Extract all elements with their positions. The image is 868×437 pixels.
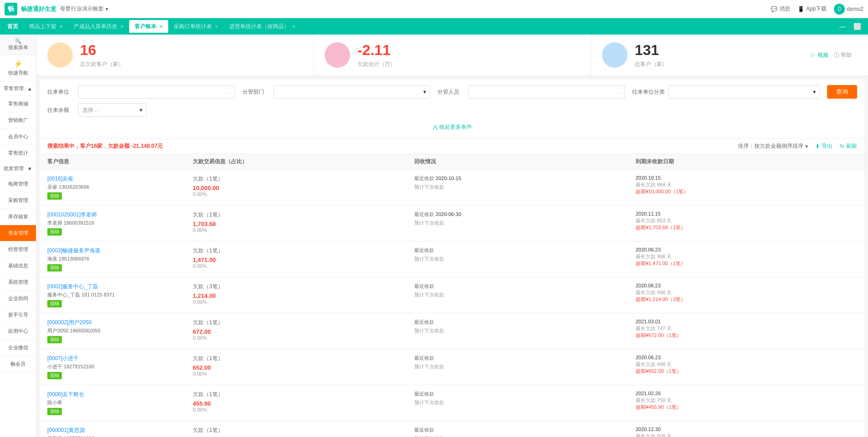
return-cell-4: 最近收款 预计下次收款 xyxy=(414,319,636,343)
sidebar-item-retail-mgmt[interactable]: 零售管理 ▲ xyxy=(0,81,36,96)
sidebar-item-operations[interactable]: 经营管理 xyxy=(0,241,36,258)
filter-customer-input[interactable]: ... xyxy=(78,85,235,99)
svg-marker-2 xyxy=(332,50,343,60)
debt-cell-1: 欠款（1笔） 1,703.68 0.00% xyxy=(193,211,414,236)
filter-person-input[interactable]: ... xyxy=(468,85,625,99)
sidebar-item-enterprise-coop[interactable]: 企业协同 xyxy=(0,291,36,307)
stat-card-3: 131 总客户（家） ▷ 视频 ⓘ 帮助 xyxy=(591,35,868,75)
tab-purchase-order[interactable]: 采购订单统计表 ✕ xyxy=(168,20,224,33)
sidebar-item-finance[interactable]: 资金管理 xyxy=(0,225,36,241)
tab-close-icon[interactable]: ✕ xyxy=(215,24,218,29)
customer-phone-2: 海蒸 18513066976 xyxy=(47,256,193,262)
stat-label-3: 总客户（家） xyxy=(635,60,798,68)
table-row: [0016]吴俊 吴俊 13026203696 现销 欠款（1笔） 10,000… xyxy=(40,170,864,206)
col-return-status: 回收情况 xyxy=(414,158,636,166)
stat-card-2: -2.11 欠款合计（万） xyxy=(314,35,591,75)
customer-phone-7: 黄思源 13552700226 xyxy=(47,435,193,437)
filter-area: 往来单位 ... 分管部门 ▾ 分管人员 ... xyxy=(40,80,864,138)
debt-cell-3: 欠款（3笔） 1,214.00 0.00% xyxy=(193,283,414,307)
filter-balance-label: 往来余额 xyxy=(47,106,75,114)
sidebar-item-newbie[interactable]: 新手引导 xyxy=(0,307,36,323)
sort-select[interactable]: 排序：按欠款金额倒序排序 ▾ xyxy=(738,142,808,150)
sidebar-item-retail-mall[interactable]: 零售商城 xyxy=(0,96,36,112)
tab-close-icon[interactable]: ✕ xyxy=(120,24,124,29)
minimize-icon[interactable]: — xyxy=(837,21,848,32)
export-button[interactable]: ⬆ 导出 xyxy=(815,142,833,150)
sidebar-item-purchase-mgmt[interactable]: 采购管理 xyxy=(0,192,36,209)
stat-icon-money: ¥ xyxy=(47,42,73,68)
chevron-down-icon: ▾ xyxy=(423,89,426,95)
due-cell-6: 2021.02.26 最长欠款 750 天 超期¥455.90（1笔） xyxy=(636,391,857,415)
tab-home[interactable]: 首页 xyxy=(2,20,24,33)
stat-value-2: -2.11 xyxy=(357,42,580,59)
customer-tag-0: 现销 xyxy=(47,192,62,200)
video-btn[interactable]: ▷ 视频 xyxy=(810,51,828,59)
return-cell-5: 最近收款 预计下次收款 xyxy=(414,355,636,379)
customer-cell-7: [000001]黄思源 黄思源 13552700226 现销 xyxy=(47,427,193,437)
sidebar-item-nav[interactable]: ⚡ 快捷导航 xyxy=(0,55,36,81)
customer-name-4[interactable]: [000002]用户2050 xyxy=(47,319,193,326)
filter-dept-select[interactable]: ▾ xyxy=(273,85,430,99)
filter-person-label: 分管人员 xyxy=(437,88,465,96)
tab-customer-account[interactable]: 客户账本 ✕ xyxy=(129,20,168,33)
customer-name-5[interactable]: [0007]小进千 xyxy=(47,355,193,362)
filter-balance-select[interactable]: 选择... ▾ xyxy=(78,103,146,117)
table-area: 客户信息 欠款交易信息（占比） 回收情况 到期未收款日期 [0016]吴俊 吴俊… xyxy=(40,154,864,437)
customer-name-6[interactable]: [0006]去下粮仓 xyxy=(47,391,193,398)
avatar: D xyxy=(834,4,845,15)
customer-name-3[interactable]: [0002]服务中心_丁磊 xyxy=(47,283,193,291)
customer-phone-5: 小进千 18279152100 xyxy=(47,363,193,370)
table-row: [0007]小进千 小进千 18279152100 现销 欠款（1笔） 652.… xyxy=(40,349,864,385)
maximize-icon[interactable]: ⬜ xyxy=(852,21,863,32)
tab-production-history[interactable]: 产成品入库单历史 ✕ xyxy=(68,20,129,33)
store-selector[interactable]: 母婴行业演示账套 ▾ xyxy=(60,5,108,13)
col-due-date: 到期未收款日期 xyxy=(636,158,857,166)
customer-cell-6: [0006]去下粮仓 陈小希 现销 xyxy=(47,391,193,415)
tab-close-icon[interactable]: ✕ xyxy=(292,24,296,29)
refresh-button[interactable]: ↻ 刷新 xyxy=(840,142,857,150)
app-download-btn[interactable]: 📱 App下载 xyxy=(798,5,827,13)
sidebar-item-retail-stats[interactable]: 零售统计 xyxy=(0,145,36,161)
chevron-down-icon: ▾ xyxy=(805,143,808,150)
filter-customer: 往来单位 ... xyxy=(47,85,235,99)
sidebar-item-inventory[interactable]: 库存核算 xyxy=(0,209,36,225)
table-row: [0003]畅捷服务尹海蒸 海蒸 18513066976 现销 欠款（1笔） 1… xyxy=(40,241,864,277)
sidebar-item-member-vip[interactable]: 畅会员 xyxy=(0,356,36,372)
sidebar-item-marketing[interactable]: 营销推广 xyxy=(0,112,36,129)
sidebar-item-basic-info[interactable]: 基础信息 xyxy=(0,258,36,274)
sidebar-item-app-center[interactable]: 应用中心 xyxy=(0,323,36,340)
filter-balance: 往来余额 选择... ▾ xyxy=(47,103,857,117)
tab-close-icon[interactable]: ✕ xyxy=(159,24,163,29)
sidebar-item-enterprise-wechat[interactable]: 企业微信 xyxy=(0,340,36,356)
stat-info-1: 16 总欠款客户（家） xyxy=(80,42,302,68)
return-cell-7: 最近收款 预计下次收款 xyxy=(414,427,636,437)
sidebar-item-system[interactable]: 系统管理 xyxy=(0,274,36,291)
svg-rect-6 xyxy=(613,58,616,60)
customer-cell-2: [0003]畅捷服务尹海蒸 海蒸 18513066976 现销 xyxy=(47,247,193,271)
debt-cell-7: 欠款（1笔） 429.00 0.00% xyxy=(193,427,414,437)
return-cell-3: 最近收款 预计下次收款 xyxy=(414,283,636,307)
message-btn[interactable]: 💬 消息 xyxy=(771,5,790,13)
sidebar-item-member[interactable]: 会员中心 xyxy=(0,129,36,145)
query-button[interactable]: 查询 xyxy=(827,85,857,99)
top-right-bar: 💬 消息 📱 App下载 D demo2 xyxy=(771,4,863,15)
filter-customer-label: 往来单位 xyxy=(47,88,75,96)
customer-name-2[interactable]: [0003]畅捷服务尹海蒸 xyxy=(47,247,193,255)
user-menu[interactable]: D demo2 xyxy=(834,4,863,15)
customer-phone-1: 李老师 18600391516 xyxy=(47,220,193,226)
customer-name-0[interactable]: [0016]吴俊 xyxy=(47,175,193,183)
filter-category-select[interactable]: ▾ xyxy=(668,85,820,99)
tab-close-icon[interactable]: ✕ xyxy=(59,24,63,29)
sidebar-item-ecommerce[interactable]: 电商管理 xyxy=(0,176,36,192)
chevron-icon: ▲ xyxy=(27,86,32,91)
customer-name-7[interactable]: [000001]黄思源 xyxy=(47,427,193,434)
sidebar-search[interactable]: 🔍 搜索菜单 xyxy=(0,35,36,55)
table-row: [0001020001]李老师 李老师 18600391516 现销 欠款（1笔… xyxy=(40,206,864,241)
due-cell-5: 2020.06.23 最长欠款 998 天 超期¥652.00（1笔） xyxy=(636,355,857,379)
tab-product-shelf[interactable]: 商品上下架 ✕ xyxy=(24,20,68,33)
help-btn[interactable]: ⓘ 帮助 xyxy=(834,51,852,59)
tab-inbound-stats[interactable]: 进货单统计表（按商品） ✕ xyxy=(224,20,301,33)
sidebar-item-batch-mgmt[interactable]: 批发管理 ▼ xyxy=(0,161,36,176)
collapse-btn[interactable]: ⋀ 收起更多条件 xyxy=(47,121,857,133)
customer-name-1[interactable]: [0001020001]李老师 xyxy=(47,211,193,219)
